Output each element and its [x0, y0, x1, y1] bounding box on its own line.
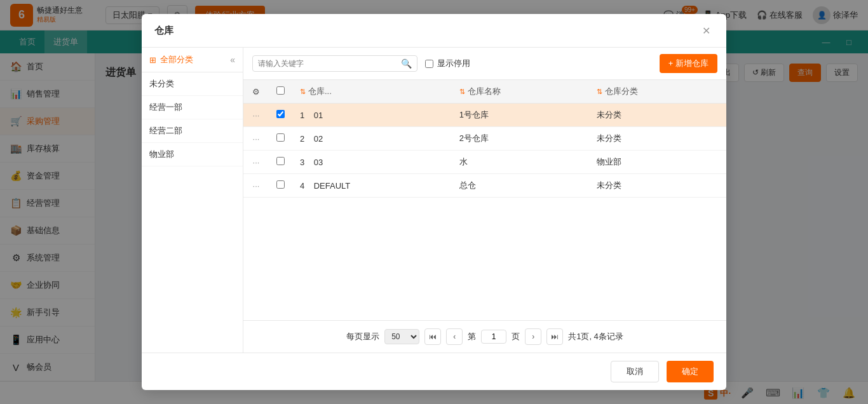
th-name: ⇅仓库名称: [452, 80, 589, 104]
page-input[interactable]: [481, 330, 506, 344]
row-checkbox-cell: [269, 151, 292, 174]
modal-overlay: 仓库 ✕ ⊞ 全部分类 « 未分类 经营一部 经营二部 物业部: [0, 0, 868, 404]
modal-pagination: 每页显示 50 20 100 ⏮ ‹ 第 页 › ⏭ 共1页, 4条记录: [243, 320, 726, 353]
row-index-code: 2 02: [292, 127, 452, 151]
show-disabled-label[interactable]: 显示停用: [425, 58, 470, 69]
page-prev-button[interactable]: ‹: [446, 328, 463, 345]
th-category: ⇅仓库分类: [589, 80, 726, 104]
table-row[interactable]: ··· 2 02 2号仓库 未分类: [243, 127, 726, 151]
select-all-checkbox[interactable]: [276, 86, 285, 95]
total-info: 共1页, 4条记录: [568, 331, 623, 342]
sort-icon-category: ⇅: [597, 88, 602, 95]
table-row[interactable]: ··· 4 DEFAULT 总仓 未分类: [243, 174, 726, 198]
search-input-wrap[interactable]: 🔍: [252, 55, 417, 72]
grid-icon: ⊞: [149, 55, 156, 65]
row-name: 1号仓库: [452, 104, 589, 127]
row-category: 物业部: [589, 151, 726, 174]
category-item-ops2[interactable]: 经营二部: [142, 119, 243, 143]
modal-toolbar: 🔍 显示停用 + 新增仓库: [243, 48, 726, 80]
sort-icon-code: ⇅: [300, 88, 306, 95]
row-checkbox-1[interactable]: [276, 133, 285, 142]
table-header-row: ⚙ ⇅仓库... ⇅仓库名称: [243, 80, 726, 104]
modal-body: ⊞ 全部分类 « 未分类 经营一部 经营二部 物业部 🔍: [142, 48, 726, 353]
row-category: 未分类: [589, 127, 726, 151]
page-next-button[interactable]: ›: [525, 328, 541, 345]
page-last-button[interactable]: ⏭: [546, 328, 563, 345]
category-header: ⊞ 全部分类 «: [142, 48, 243, 72]
modal-right-panel: 🔍 显示停用 + 新增仓库 ⚙: [243, 48, 726, 353]
row-category: 未分类: [589, 104, 726, 127]
row-name: 水: [452, 151, 589, 174]
collapse-button[interactable]: «: [230, 55, 235, 65]
search-icon: 🔍: [401, 58, 412, 69]
row-actions-icon[interactable]: ···: [253, 158, 260, 167]
row-gear-cell: ···: [243, 174, 269, 198]
confirm-button[interactable]: 确定: [667, 361, 714, 382]
th-checkbox: [269, 80, 292, 104]
table-row[interactable]: ··· 3 03 水 物业部: [243, 151, 726, 174]
page-first-button[interactable]: ⏮: [424, 328, 441, 345]
modal-footer: 取消 确定: [142, 353, 726, 390]
show-disabled-checkbox[interactable]: [425, 60, 433, 68]
row-checkbox-cell: [269, 174, 292, 198]
category-all-label: 全部分类: [160, 54, 193, 65]
row-checkbox-0[interactable]: [276, 110, 285, 118]
row-index-code: 4 DEFAULT: [292, 174, 452, 198]
add-warehouse-button[interactable]: + 新增仓库: [660, 54, 717, 73]
th-code: ⇅仓库...: [292, 80, 452, 104]
row-gear-cell: ···: [243, 151, 269, 174]
modal-header: 仓库 ✕: [142, 14, 726, 48]
row-name: 2号仓库: [452, 127, 589, 151]
table-head: ⚙ ⇅仓库... ⇅仓库名称: [243, 80, 726, 104]
cancel-button[interactable]: 取消: [611, 361, 659, 382]
row-actions-icon[interactable]: ···: [253, 134, 260, 144]
row-checkbox-2[interactable]: [276, 157, 285, 165]
row-gear-cell: ···: [243, 127, 269, 151]
row-category: 未分类: [589, 174, 726, 198]
row-gear-cell: ···: [243, 104, 269, 127]
row-checkbox-cell: [269, 127, 292, 151]
show-disabled-text: 显示停用: [437, 58, 470, 69]
search-input[interactable]: [258, 59, 397, 68]
row-name: 总仓: [452, 174, 589, 198]
table: ⚙ ⇅仓库... ⇅仓库名称: [243, 80, 726, 198]
warehouse-table: ⚙ ⇅仓库... ⇅仓库名称: [243, 80, 726, 320]
modal-category-panel: ⊞ 全部分类 « 未分类 经营一部 经营二部 物业部: [142, 48, 243, 353]
page-size-label: 每页显示: [346, 331, 379, 342]
page-label: 页: [512, 331, 520, 342]
row-index-code: 1 01: [292, 104, 452, 127]
sort-icon-name: ⇅: [459, 88, 465, 95]
page-size-select[interactable]: 50 20 100: [384, 329, 419, 344]
row-actions-icon[interactable]: ···: [253, 181, 260, 191]
row-actions-icon[interactable]: ···: [253, 111, 260, 120]
th-settings: ⚙: [243, 80, 269, 104]
category-all[interactable]: ⊞ 全部分类: [149, 54, 193, 65]
row-index-code: 3 03: [292, 151, 452, 174]
table-row[interactable]: ··· 1 01 1号仓库 未分类: [243, 104, 726, 127]
warehouse-modal: 仓库 ✕ ⊞ 全部分类 « 未分类 经营一部 经营二部 物业部: [142, 14, 726, 390]
category-item-uncategorized[interactable]: 未分类: [142, 72, 243, 96]
row-checkbox-3[interactable]: [276, 180, 285, 189]
category-item-property[interactable]: 物业部: [142, 143, 243, 166]
table-body: ··· 1 01 1号仓库 未分类 ··· 2 02 2号仓库 未分类 ···: [243, 104, 726, 198]
modal-close-icon[interactable]: ✕: [698, 23, 714, 38]
category-item-ops1[interactable]: 经营一部: [142, 96, 243, 119]
page-goto-label: 第: [468, 331, 476, 342]
row-checkbox-cell: [269, 104, 292, 127]
modal-title: 仓库: [154, 25, 173, 37]
